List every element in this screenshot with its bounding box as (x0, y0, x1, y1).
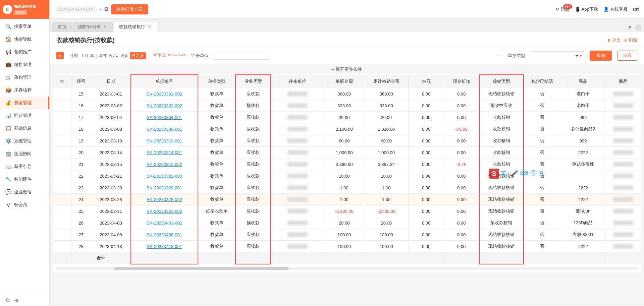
table-row[interactable]: 15 2023-03-01 SK-20230301-002 收款单 应收款 36… (53, 88, 641, 100)
cell-gear (53, 194, 71, 205)
workspace-name[interactable]: XXXXXXXXXXXXX (55, 6, 97, 13)
query-btn[interactable]: 查询 (590, 51, 612, 61)
tab-home[interactable]: 首页 (52, 22, 72, 32)
maximize-icon[interactable]: ⬜ (635, 24, 641, 30)
date-opt-this-month[interactable]: 本月 (90, 53, 98, 59)
table-row[interactable]: 23 2023-03-28 SK-20230328-001 收款单 应收款 1.… (53, 182, 641, 194)
app-icon: 📱 (575, 7, 580, 12)
table-row[interactable]: 16 2023-03-02 SK-20230302-002 收款单 预收款 33… (53, 100, 641, 112)
bill-no-link[interactable]: SK-20230304-001 (147, 115, 182, 120)
cell-write-off-type: 收款核销 (479, 147, 524, 159)
tab-close-collection-exec[interactable]: ✕ (147, 24, 152, 29)
bill-no-link[interactable]: SK-20230301-002 (147, 91, 182, 97)
custom-date-btn[interactable]: 自定义 (130, 52, 146, 59)
date-opt-more[interactable]: 更多 (120, 53, 128, 59)
table-row[interactable]: 21 2023-03-15 SK-20230315-002 收款单 应收款 3,… (53, 159, 641, 170)
table-row[interactable]: 25 2023-03-31 SK-20230331-002 红字收款单 应收款 … (53, 205, 641, 217)
cell-product2 (605, 194, 641, 205)
cell-date: 2023-03-10 (91, 135, 131, 147)
th-gear[interactable]: ⚙ (53, 75, 71, 88)
tab-close-pre-payment[interactable]: ✕ (103, 24, 108, 29)
table-row[interactable]: 18 2023-03-08 SK-20230308-001 收款单 应收款 2,… (53, 123, 641, 135)
table-row[interactable]: 22 2023-03-21 SK-20230321-003 收款单 应收款 10… (53, 170, 641, 182)
cell-date: 2023-03-28 (91, 182, 131, 194)
solution-btn[interactable]: 体验行业方案 (111, 4, 148, 14)
bill-no-link[interactable]: SK-20230403-002 (147, 221, 182, 226)
footer-bill-type (198, 252, 235, 264)
table-row[interactable]: 27 2023-04-08 SK-20230408-001 收款单 应收款 10… (53, 229, 641, 241)
date-opt-this-year[interactable]: 本年 (99, 53, 107, 59)
sidebar-item-hardware[interactable]: 🔧 智能硬件 (0, 173, 49, 186)
table-row[interactable]: 26 2023-04-03 SK-20230403-002 收款单 预收款 20… (53, 217, 641, 229)
bill-no-link[interactable]: SK-20230310-001 (147, 138, 182, 143)
sidebar-item-wechat[interactable]: 💬 企业微信 (0, 186, 49, 198)
date-opt-last-month[interactable]: 上月 (80, 53, 89, 59)
cell-bill-type: 收款单 (198, 182, 235, 194)
cell-partner (271, 88, 324, 100)
sidebar-item-sales[interactable]: 💼 销售管理 (0, 58, 49, 71)
sidebar-item-basic[interactable]: 📋 基础信息 (0, 122, 49, 135)
table-row[interactable]: 20 2023-03-14 SK-20230314-001 收款单 应收款 1,… (53, 147, 641, 159)
bill-no-link[interactable]: SK-20230328-001 (147, 185, 182, 190)
bill-no-link[interactable]: SK-20230302-002 (147, 103, 182, 108)
filter-expand-btn[interactable]: » (56, 52, 64, 59)
cell-include-settled: 否 (524, 241, 561, 252)
bill-no-link[interactable]: SK-20230418-001 (147, 244, 182, 249)
bill-no-link[interactable]: SK-20230331-002 (147, 209, 182, 214)
sidebar-item-marketing[interactable]: 📢 营销推广 (0, 46, 49, 58)
cell-balance: 0.00 (409, 170, 444, 182)
sidebar-item-search[interactable]: 🔍 搜索菜单 (0, 20, 49, 33)
sidebar-logo: 6 畅康道好生意 标推版 (0, 0, 49, 19)
cell-date: 2023-04-18 (91, 241, 131, 252)
collapse-icon[interactable]: ◀ (14, 297, 18, 303)
sidebar-item-guide[interactable]: 📖 新手引导 (0, 160, 49, 173)
app-download-btn[interactable]: 📱 App下载 (575, 6, 598, 12)
sidebar-item-system[interactable]: ⚙️ 系统管理 (0, 135, 49, 147)
cell-product2 (605, 112, 641, 123)
notification-btn[interactable]: ✉ 消息 99+ (556, 6, 570, 12)
export-btn[interactable]: ⬆ 导出 (607, 37, 621, 43)
bill-no-link[interactable]: SK-20230308-001 (147, 127, 182, 132)
sidebar-item-operations[interactable]: 📊 经营管理 (0, 109, 49, 122)
sidebar-item-enterprise[interactable]: 🏢 企业协同 (0, 147, 49, 160)
tab-pre-payment[interactable]: 预收/应付单 ✕ (72, 22, 113, 32)
expand-more-row[interactable]: ▾ 展开更多条件 (50, 64, 644, 74)
topbar-gear-icon[interactable]: ⚙ (104, 6, 109, 12)
sidebar-item-quick-nav[interactable]: 🏠 快捷导航 (0, 33, 49, 46)
refresh-btn[interactable]: ↺ 刷新 (624, 37, 637, 43)
bill-no-link[interactable]: SK-20230315-002 (147, 162, 182, 167)
partner-input[interactable] (213, 52, 270, 60)
table-row[interactable]: 24 2023-03-28 SK-20230328-002 收款单 应收款 1.… (53, 194, 641, 205)
blurred-product2 (613, 185, 633, 190)
table-row[interactable]: 28 2023-04-18 SK-20230418-001 收款单 应收款 10… (53, 241, 641, 252)
main-area: XXXXXXXXXXXXX ▾ ⚙ 体验行业方案 ✉ 消息 99+ 📱 App下… (50, 0, 644, 306)
bill-no-link[interactable]: SK-20230408-001 (147, 232, 182, 237)
settings-bottom-icon[interactable]: ⚙ (5, 297, 10, 303)
tab-collection-exec[interactable]: 收款核销执行 ✕ (114, 22, 157, 32)
cell-product: 老白干 (561, 100, 605, 112)
horizontal-scrollbar[interactable] (56, 267, 638, 270)
cell-partner (271, 194, 324, 205)
table-row[interactable]: 17 2023-03-04 SK-20230304-001 收款单 应收款 20… (53, 112, 641, 123)
sidebar-item-purchase[interactable]: 🛒 采购管理 (0, 71, 49, 84)
cell-partner (271, 112, 324, 123)
sidebar-item-inventory[interactable]: 📦 库存核算 (0, 84, 49, 97)
close-tab-icon[interactable]: ✕ (628, 24, 632, 30)
workspace-chevron-icon[interactable]: ▾ (99, 7, 101, 12)
sidebar-menu: 🔍 搜索菜单 🏠 快捷导航 📢 营销推广 💼 销售管理 🛒 采购管理 📦 库存核… (0, 19, 49, 294)
date-opt-7days[interactable]: 近7天 (109, 53, 119, 59)
bill-type-select[interactable] (531, 52, 580, 60)
cell-product: 2222 (561, 182, 605, 194)
bill-no-link[interactable]: SK-20230314-001 (147, 150, 182, 155)
table-row[interactable]: 19 2023-03-10 SK-20230310-001 收款单 应收款 60… (53, 135, 641, 147)
settings-filter-btn[interactable]: 设置 (617, 51, 637, 61)
user-info[interactable]: Rit (633, 7, 639, 12)
sidebar-item-member[interactable]: V 畅会员 (0, 198, 49, 211)
support-btn[interactable]: 👤 在线客服 (603, 6, 628, 12)
sidebar-item-finance[interactable]: 💰 资金管理 (0, 97, 49, 109)
bill-no-link[interactable]: SK-20230328-002 (147, 197, 182, 202)
bill-no-link[interactable]: SK-20230321-003 (147, 174, 182, 179)
cell-seq: 15 (71, 88, 91, 100)
scrollbar-thumb[interactable] (114, 267, 289, 270)
cell-seq: 26 (71, 217, 91, 229)
